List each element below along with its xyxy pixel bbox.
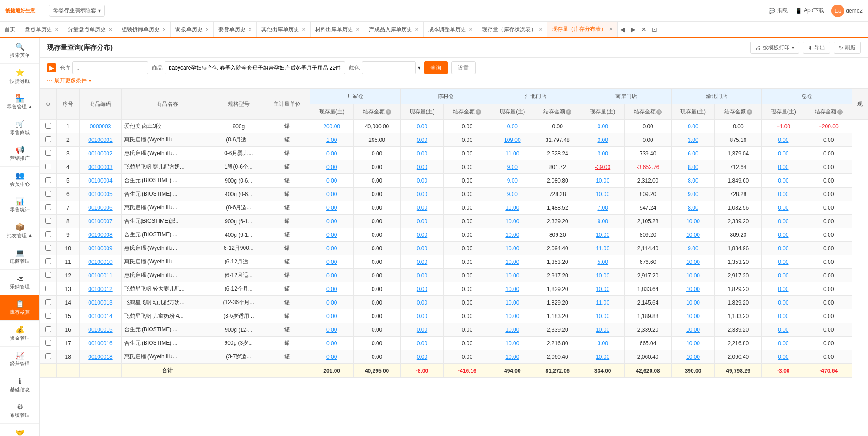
cell-store-5-qty[interactable]: 0.00 <box>762 133 805 147</box>
sidebar-item-13[interactable]: ℹ基础信息 <box>0 372 39 398</box>
tab-item-7[interactable]: 材料出库单历史✕ <box>311 22 364 38</box>
cell-store-5-qty[interactable]: 0.00 <box>762 201 805 215</box>
cell-store-1-qty[interactable]: 0.00 <box>401 147 444 160</box>
cell-store-2-qty[interactable]: 10.00 <box>491 309 534 323</box>
cell-store-3-qty[interactable]: 10.00 <box>581 188 624 201</box>
cell-store-2-qty[interactable]: 10.00 <box>491 242 534 255</box>
cell-store-0-qty[interactable]: 0.00 <box>310 296 354 309</box>
cell-code[interactable]: 00100004 <box>80 174 121 188</box>
cell-store-2-qty[interactable]: 9.00 <box>491 160 534 174</box>
sidebar-item-0[interactable]: 🔍搜索英单 <box>0 38 39 64</box>
tab-item-6[interactable]: 其他出库单历史✕ <box>257 22 311 38</box>
cell-store-1-qty[interactable]: 0.00 <box>401 337 444 350</box>
cell-store-0-qty[interactable]: 0.00 <box>310 242 354 255</box>
cell-checkbox[interactable] <box>40 174 57 188</box>
cell-store-4-qty[interactable]: 8.00 <box>671 160 715 174</box>
cell-store-2-qty[interactable]: 10.00 <box>491 296 534 309</box>
settings-btn[interactable]: 设置 <box>451 61 476 74</box>
cell-store-1-qty[interactable]: 0.00 <box>401 309 444 323</box>
cell-code[interactable]: 00100001 <box>80 133 121 147</box>
cell-store-3-qty[interactable]: 10.00 <box>581 350 624 364</box>
cell-store-1-qty[interactable]: 0.00 <box>401 282 444 296</box>
sidebar-item-12[interactable]: 📈经营管理 <box>0 347 39 372</box>
cell-code[interactable]: 00100014 <box>80 309 121 323</box>
tab-close-icon[interactable]: ✕ <box>415 27 419 32</box>
cell-checkbox[interactable] <box>40 350 57 364</box>
cell-store-2-qty[interactable]: 9.00 <box>491 174 534 188</box>
cell-store-1-qty[interactable]: 0.00 <box>401 133 444 147</box>
cell-store-3-qty[interactable]: 10.00 <box>581 282 624 296</box>
cell-store-2-qty[interactable]: 10.00 <box>491 255 534 269</box>
cell-store-0-qty[interactable]: 0.00 <box>310 188 354 201</box>
cell-checkbox[interactable] <box>40 337 57 350</box>
cell-code[interactable]: 00100003 <box>80 160 121 174</box>
cell-store-2-qty[interactable]: 109.00 <box>491 133 534 147</box>
cell-store-1-qty[interactable]: 0.00 <box>401 120 444 133</box>
cell-code[interactable]: 00100006 <box>80 201 121 215</box>
tab-item-5[interactable]: 要货单历史✕ <box>214 22 257 38</box>
cell-store-5-qty[interactable]: 0.00 <box>762 309 805 323</box>
tab-item-4[interactable]: 调拨单历史✕ <box>171 22 214 38</box>
cell-store-0-qty[interactable]: 0.00 <box>310 160 354 174</box>
cell-code[interactable]: 00100013 <box>80 296 121 309</box>
cell-store-3-qty[interactable]: 0.00 <box>581 120 624 133</box>
cell-code[interactable]: 00100015 <box>80 323 121 337</box>
cell-store-5-qty[interactable]: 0.00 <box>762 160 805 174</box>
print-btn[interactable]: 🖨 按模板打印 ▾ <box>750 42 799 54</box>
cell-store-4-qty[interactable]: 10.00 <box>671 269 715 282</box>
tab-prev[interactable]: ◀ <box>618 26 628 33</box>
cell-checkbox[interactable] <box>40 147 57 160</box>
cell-store-0-qty[interactable]: 0.00 <box>310 350 354 364</box>
cell-store-5-qty[interactable]: 0.00 <box>762 215 805 228</box>
cell-store-3-qty[interactable]: 10.00 <box>581 269 624 282</box>
sidebar-item-15[interactable]: 🤝企业协同 <box>0 424 39 436</box>
search-btn[interactable]: 查询 <box>424 61 448 74</box>
cell-store-5-qty[interactable]: 0.00 <box>762 242 805 255</box>
cell-checkbox[interactable] <box>40 160 57 174</box>
cell-store-3-qty[interactable]: 3.00 <box>581 337 624 350</box>
cell-store-5-qty[interactable]: 0.00 <box>762 296 805 309</box>
message-btn[interactable]: 💬 消息 <box>769 7 788 14</box>
sidebar-item-2[interactable]: 🏪零售管理 ▲ <box>0 89 39 115</box>
cell-store-1-qty[interactable]: 0.00 <box>401 215 444 228</box>
tab-item-2[interactable]: 分量盘点单历史✕ <box>63 22 117 38</box>
tab-close-icon[interactable]: ✕ <box>539 27 542 32</box>
cell-store-5-qty[interactable]: 0.00 <box>762 255 805 269</box>
cell-store-2-qty[interactable]: 10.00 <box>491 228 534 242</box>
tab-item-1[interactable]: 盘点单历史✕ <box>20 22 63 38</box>
cell-store-1-qty[interactable]: 0.00 <box>401 255 444 269</box>
cell-store-5-qty[interactable]: 0.00 <box>762 188 805 201</box>
tab-item-10[interactable]: 现存量（库存状况表）✕ <box>477 22 547 38</box>
cell-store-3-qty[interactable]: 7.00 <box>581 201 624 215</box>
cell-store-0-qty[interactable]: 1.00 <box>310 133 354 147</box>
tab-close-icon[interactable]: ✕ <box>469 27 472 32</box>
tab-close-icon[interactable]: ✕ <box>108 27 112 32</box>
cell-store-5-qty[interactable]: 0.00 <box>762 174 805 188</box>
cell-store-1-qty[interactable]: 0.00 <box>401 201 444 215</box>
cell-store-0-qty[interactable]: 0.00 <box>310 201 354 215</box>
cell-checkbox[interactable] <box>40 228 57 242</box>
cell-checkbox[interactable] <box>40 215 57 228</box>
cell-store-1-qty[interactable]: 0.00 <box>401 174 444 188</box>
cell-store-1-qty[interactable]: 0.00 <box>401 323 444 337</box>
tab-close-icon[interactable]: ✕ <box>55 27 58 32</box>
cell-store-0-qty[interactable]: 200.00 <box>310 120 354 133</box>
tab-item-8[interactable]: 产成品入库单历史✕ <box>364 22 424 38</box>
cell-store-2-qty[interactable]: 10.00 <box>491 269 534 282</box>
sidebar-item-3[interactable]: 🛒零售商城 <box>0 115 39 141</box>
sidebar-item-4[interactable]: 📢营销推广 <box>0 141 39 167</box>
cell-store-0-qty[interactable]: 0.00 <box>310 309 354 323</box>
expand-conditions-btn[interactable]: ⋯ 展开更多条件 ▾ <box>47 77 861 84</box>
sidebar-item-7[interactable]: 📦批发管理 ▲ <box>0 218 39 244</box>
cell-code[interactable]: 0000003 <box>80 120 121 133</box>
tab-item-3[interactable]: 组装拆卸单历史✕ <box>117 22 171 38</box>
goods-input[interactable] <box>165 61 345 74</box>
cell-store-0-qty[interactable]: 0.00 <box>310 323 354 337</box>
cell-store-2-qty[interactable]: 9.00 <box>491 188 534 201</box>
cell-store-5-qty[interactable]: 0.00 <box>762 282 805 296</box>
sidebar-item-11[interactable]: 💰资金管理 <box>0 321 39 347</box>
cell-code[interactable]: 00100005 <box>80 188 121 201</box>
cell-store-2-qty[interactable]: 0.00 <box>491 120 534 133</box>
sidebar-item-6[interactable]: 📊零售统计 <box>0 192 39 218</box>
app-download-btn[interactable]: 📱 App下载 <box>795 7 824 14</box>
